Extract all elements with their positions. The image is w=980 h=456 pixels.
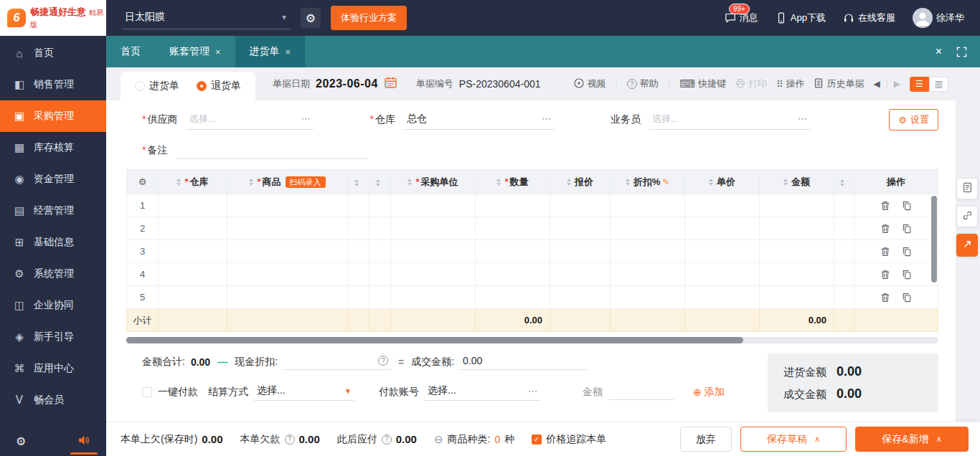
cell-quote[interactable] [550, 217, 611, 240]
header-unit-price[interactable]: 单价 [685, 170, 760, 194]
delete-row-icon[interactable] [880, 201, 890, 211]
cell-unit-price[interactable] [685, 263, 760, 286]
add-payment-button[interactable]: ⊕ 添加 [693, 386, 725, 399]
radio-return-order[interactable]: 退货单 [197, 80, 241, 92]
header-hidden-col[interactable] [369, 170, 391, 194]
cell-product[interactable] [227, 194, 348, 217]
account-select[interactable]: 日太阳膜 ▾ [122, 7, 291, 29]
link-float-button[interactable] [956, 206, 978, 227]
warehouse-select[interactable]: 总仓 ⋯ [404, 110, 555, 130]
notes-float-button[interactable] [956, 178, 978, 199]
column-settings-button[interactable]: ⚙ 设置 [889, 109, 938, 130]
cell-quote[interactable] [550, 263, 611, 286]
cell-amount[interactable] [760, 286, 834, 309]
header-warehouse[interactable]: *仓库 [159, 170, 227, 194]
cell-quote[interactable] [550, 194, 611, 217]
cell-unit-price[interactable] [685, 217, 760, 240]
cell-quantity[interactable] [476, 217, 550, 240]
copy-row-icon[interactable] [902, 224, 912, 234]
header-quantity[interactable]: *数量 [476, 170, 550, 194]
cell-purchase-unit[interactable] [391, 240, 476, 263]
copy-row-icon[interactable] [902, 293, 912, 303]
help-button[interactable]: ? 帮助 [627, 77, 659, 90]
print-button[interactable]: 打印 [735, 77, 767, 90]
delete-row-icon[interactable] [880, 293, 890, 303]
cell-discount[interactable] [611, 217, 685, 240]
close-tab-icon[interactable]: × [286, 47, 291, 57]
online-service-button[interactable]: 在线客服 [843, 11, 895, 24]
copy-row-icon[interactable] [902, 270, 912, 280]
cell-product[interactable] [227, 263, 348, 286]
header-purchase-unit[interactable]: *采购单位 [391, 170, 476, 194]
pay-amount-input[interactable] [608, 384, 674, 400]
cell-purchase-unit[interactable] [391, 286, 476, 309]
header-quote[interactable]: 报价 [550, 170, 611, 194]
delete-row-icon[interactable] [880, 270, 890, 280]
delete-row-icon[interactable] [880, 247, 890, 257]
header-discount[interactable]: 折扣%✎ [611, 170, 685, 194]
cell-warehouse[interactable] [159, 240, 227, 263]
sidebar-item-purchase[interactable]: ▣采购管理 [0, 100, 106, 132]
sidebar-item-member[interactable]: Ⅴ畅会员 [0, 384, 106, 416]
calendar-icon[interactable] [384, 76, 397, 92]
horizontal-scrollbar[interactable] [126, 337, 938, 343]
sidebar-settings-gear-icon[interactable]: ⚙ [16, 434, 26, 448]
history-documents-button[interactable]: 历史单据 [814, 77, 864, 90]
cell-product[interactable] [227, 240, 348, 263]
account-settings-button[interactable]: ⚙ [301, 8, 321, 28]
header-product[interactable]: *商品扫码录入 [227, 170, 348, 194]
cell-discount[interactable] [611, 286, 685, 309]
cell-product[interactable] [227, 286, 348, 309]
horizontal-scrollbar-thumb[interactable] [126, 337, 743, 343]
close-tab-icon[interactable]: × [215, 47, 221, 57]
radio-purchase-order[interactable]: 进货单 [135, 80, 179, 92]
grid-settings-header[interactable]: ⚙ [127, 170, 159, 194]
copy-row-icon[interactable] [902, 201, 912, 211]
sidebar-item-app-center[interactable]: ⌘应用中心 [0, 353, 106, 384]
vertical-scrollbar-thumb[interactable] [931, 196, 937, 282]
settle-method-select[interactable]: 选择... ▼ [254, 383, 354, 401]
list-view-toggle[interactable]: ☰ [910, 77, 929, 92]
cell-purchase-unit[interactable] [391, 217, 476, 240]
cell-amount[interactable] [760, 194, 834, 217]
cell-discount[interactable] [611, 263, 685, 286]
cell-product[interactable] [227, 217, 348, 240]
remark-input[interactable] [176, 142, 368, 159]
cell-quantity[interactable] [476, 263, 550, 286]
cell-warehouse[interactable] [159, 286, 227, 309]
scan-entry-button[interactable]: 扫码录入 [286, 176, 326, 188]
delete-row-icon[interactable] [880, 224, 890, 234]
header-hidden-col[interactable] [348, 170, 369, 194]
header-hidden-col[interactable] [834, 170, 854, 194]
prev-document-icon[interactable]: ◀ [873, 79, 880, 89]
fullscreen-icon[interactable] [956, 47, 967, 57]
hotkeys-button[interactable]: ⌨ 快捷键 [679, 77, 726, 90]
salesman-select[interactable]: 选择... ⋯ [649, 110, 811, 130]
cell-discount[interactable] [611, 194, 685, 217]
app-download-button[interactable]: App下载 [776, 11, 826, 24]
next-document-icon[interactable]: ▶ [894, 79, 900, 89]
sidebar-item-enterprise[interactable]: ◫企业协同 [0, 290, 106, 321]
supplier-select[interactable]: 选择... ⋯ [186, 110, 314, 130]
save-draft-button[interactable]: 保存草稿 ∧ [740, 427, 847, 452]
cell-purchase-unit[interactable] [391, 263, 476, 286]
cell-amount[interactable] [760, 240, 834, 263]
announcement-speaker-icon[interactable] [77, 434, 90, 448]
operations-button[interactable]: ⠿ 操作 [776, 77, 805, 90]
messages-button[interactable]: 99+ 消息 [725, 11, 758, 24]
sidebar-item-home[interactable]: ⌂首页 [0, 37, 106, 69]
cell-discount[interactable] [611, 240, 685, 263]
cell-quote[interactable] [550, 286, 611, 309]
experience-solution-button[interactable]: 体验行业方案 [331, 6, 407, 30]
cell-unit-price[interactable] [685, 286, 760, 309]
copy-row-icon[interactable] [902, 247, 912, 257]
salesman-picker-icon[interactable]: ⋯ [798, 113, 808, 124]
tab-home[interactable]: 首页 [106, 36, 155, 67]
cell-amount[interactable] [760, 217, 834, 240]
cell-quantity[interactable] [476, 286, 550, 309]
document-date-value[interactable]: 2023-06-04 [316, 77, 378, 90]
sidebar-item-system[interactable]: ⚙系统管理 [0, 258, 106, 290]
sidebar-item-sales[interactable]: ◧销售管理 [0, 69, 106, 100]
share-float-button[interactable] [956, 234, 978, 257]
abandon-button[interactable]: 放弃 [680, 427, 732, 452]
